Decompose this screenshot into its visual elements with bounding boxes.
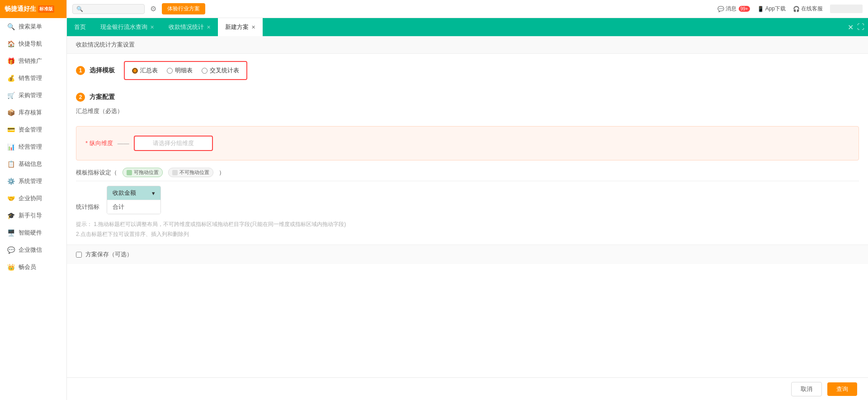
cancel-button[interactable]: 取消 [791,382,822,396]
tab-newplan-close[interactable]: ✕ [251,24,255,30]
draggable-label: 可拖动位置 [134,169,159,176]
step1-section: 1 选择模板 汇总表 明细表 交叉统计表 [67,54,868,93]
sidebar-item-member[interactable]: 👑 畅会员 [0,259,66,276]
sidebar-item-finance[interactable]: 💳 资金管理 [0,121,66,138]
message-item[interactable]: 💬 消息 99+ [717,5,750,13]
tab-cashbank-close[interactable]: ✕ [150,24,154,30]
monitor-icon: 🖥️ [7,229,15,236]
sidebar-item-base[interactable]: 📋 基础信息 [0,155,66,173]
draggable-color-swatch [127,170,132,175]
save-checkbox[interactable] [76,252,82,258]
dimension-title: 汇总维度（必选） [76,107,123,115]
topbar-right: 💬 消息 99+ 📱 App下载 🎧 在线客服 [717,5,863,13]
user-item[interactable] [830,5,863,13]
sidebar-item-wechat[interactable]: 💬 企业微信 [0,241,66,259]
tab-collection-label: 收款情况统计 [169,23,204,31]
logo-text: 畅捷通好生 [5,5,36,13]
sidebar-item-label: 基础信息 [19,160,42,168]
tab-expand-icon[interactable]: ⛶ [857,23,864,31]
save-area: 方案保存（可选） [67,245,868,264]
dim-placeholder: 请选择分组维度 [153,140,194,146]
sidebar-item-hardware[interactable]: 🖥️ 智能硬件 [0,224,66,241]
sidebar-item-label: 营销推广 [19,57,42,65]
industry-btn[interactable]: 体验行业方案 [162,3,205,14]
sidebar-item-system[interactable]: ⚙️ 系统管理 [0,173,66,190]
tab-collection-close[interactable]: ✕ [207,24,211,30]
sidebar-item-guide[interactable]: 🎓 新手引导 [0,207,66,224]
tabbar-controls: ✕ ⛶ [844,23,868,32]
stat-table-header[interactable]: 收款金额 ▾ [107,186,160,200]
sidebar-item-sales[interactable]: 💰 销售管理 [0,70,66,87]
logo: 畅捷通好生 标准版 [0,0,66,18]
service-item[interactable]: 🎧 在线客服 [793,5,823,13]
tab-newplan[interactable]: 新建方案 ✕ [218,18,263,36]
step1-title: 选择模板 [90,66,115,75]
tip-1: 提示： 1.拖动标题栏可以调整布局，不可跨维度或指标区域拖动栏目字段(只能在同一… [76,220,859,230]
sidebar-item-search[interactable]: 🔍 搜索菜单 [0,18,66,35]
sidebar-item-purchase[interactable]: 🛒 采购管理 [0,87,66,104]
sidebar-item-collab[interactable]: 🤝 企业协同 [0,190,66,207]
template-options-box: 汇总表 明细表 交叉统计表 [124,61,247,80]
template-option-cross[interactable]: 交叉统计表 [202,66,239,75]
template-option-summary[interactable]: 汇总表 [132,66,158,75]
stat-table-area: 统计指标 收款金额 ▾ 合计 [76,186,859,214]
settings-icon[interactable]: ⚙ [150,5,156,13]
gear-icon: ⚙️ [7,178,15,185]
label-detail: 明细表 [175,66,193,75]
indicator-header: 模板指标设定（ 可拖动位置 不可拖动位置 ） [76,168,859,181]
sidebar-item-marketing[interactable]: 🎁 营销推广 [0,52,66,70]
sidebar-item-label: 搜索菜单 [19,23,42,31]
tab-close-all-icon[interactable]: ✕ [848,23,854,32]
gift-icon: 🎁 [7,57,15,65]
download-item[interactable]: 📱 App下载 [757,5,786,13]
save-label: 方案保存（可选） [85,250,132,259]
sidebar-item-label: 库存核算 [19,108,42,117]
non-draggable-badge: 不可拖动位置 [168,168,213,177]
chart-icon: 📊 [7,143,15,151]
sidebar-item-label: 销售管理 [19,74,42,82]
sidebar-item-management[interactable]: 📊 经营管理 [0,138,66,155]
stat-table: 收款金额 ▾ 合计 [107,186,161,214]
service-label: 在线客服 [801,5,823,13]
col-dropdown-icon[interactable]: ▾ [152,190,155,197]
box-icon: 📦 [7,109,15,116]
tab-cashbank[interactable]: 现金银行流水查询 ✕ [93,18,161,36]
card-icon: 💳 [7,126,15,133]
message-badge: 99+ [739,6,750,12]
crown-icon: 👑 [7,264,15,271]
template-option-detail[interactable]: 明细表 [167,66,193,75]
stat-label: 统计指标 [76,201,99,213]
sidebar-item-label: 智能硬件 [19,229,42,237]
tips-area: 提示： 1.拖动标题栏可以调整布局，不可跨维度或指标区域拖动栏目字段(只能在同一… [67,214,868,245]
tab-collection[interactable]: 收款情况统计 ✕ [161,18,218,36]
radio-detail[interactable] [167,68,173,74]
logo-sub: 标准版 [38,5,54,13]
search-icon-small: 🔍 [76,6,83,12]
dim-input[interactable]: 请选择分组维度 [134,136,213,151]
radio-cross[interactable] [202,68,208,74]
sidebar-item-nav[interactable]: 🏠 快捷导航 [0,35,66,52]
sidebar-item-inventory[interactable]: 📦 库存核算 [0,104,66,121]
query-button[interactable]: 查询 [827,382,857,396]
guide-icon: 🎓 [7,212,15,219]
message-icon: 💬 [717,6,724,12]
step2-label: 2 方案配置 [76,93,859,102]
chat-icon: 💬 [7,246,15,254]
dimension-area: * 纵向维度 —— 请选择分组维度 [76,126,859,160]
step1-label: 1 选择模板 汇总表 明细表 交叉统计表 [76,61,859,80]
tabbar: 首页 现金银行流水查询 ✕ 收款情况统计 ✕ 新建方案 ✕ ✕ ⛶ [67,18,868,36]
stat-label-col: 统计指标 [76,186,99,214]
indicator-title: 模板指标设定（ [76,169,117,177]
tab-home[interactable]: 首页 [67,18,93,36]
sidebar-item-label: 采购管理 [19,91,42,99]
search-icon: 🔍 [7,23,15,30]
tip-2: 2.点击标题栏下拉可设置排序、插入列和删除列 [76,230,859,240]
content-header: 收款情况统计方案设置 [67,36,868,54]
search-box[interactable]: 🔍 [72,4,145,14]
main-area: 🔍 ⚙ 体验行业方案 💬 消息 99+ 📱 App下载 🎧 在线客服 [67,0,868,400]
tab-home-label: 首页 [74,23,86,31]
footer-buttons: 取消 查询 [67,377,868,400]
sidebar-item-label: 企业协同 [19,194,42,202]
radio-summary[interactable] [132,68,138,74]
money-icon: 💰 [7,75,15,82]
